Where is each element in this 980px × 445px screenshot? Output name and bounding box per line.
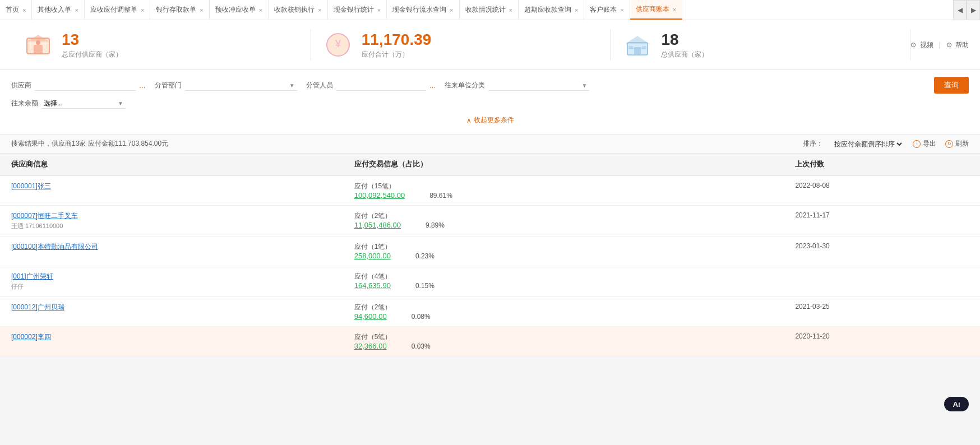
sort-select[interactable]: 按应付余额倒序排序: [832, 140, 904, 149]
supplier-link[interactable]: [001]广州荣轩: [11, 272, 53, 280]
collapse-bar: ∧ 收起更多条件: [11, 113, 969, 127]
help-link[interactable]: ⊙ 帮助: [946, 40, 969, 50]
dept-label: 分管部门: [155, 81, 182, 90]
category-label: 往来单位分类: [445, 81, 485, 90]
video-link[interactable]: ⊙ 视频: [910, 40, 933, 50]
supplier-info-cell: [000001]张三: [0, 175, 343, 206]
nav-tab-customer-ledger[interactable]: 客户账本 ×: [584, 0, 630, 20]
last-payment-date: 2022-08-08: [795, 182, 829, 189]
nav-tab-bank-deposit[interactable]: 银行存取款单 ×: [150, 0, 209, 20]
close-tab-10[interactable]: ×: [620, 7, 623, 13]
stat-total-sup-label: 总供应商（家）: [661, 50, 708, 59]
transaction-info-cell: 应付（1笔） 258,000.00 0.23%: [343, 237, 784, 266]
transaction-label: 应付（4笔）: [354, 272, 773, 281]
supplier-table: 供应商信息 应付交易信息（占比） 上次付数 [000001]张三 应付（15笔）…: [0, 154, 980, 356]
stat-payable-total: ¥ 11,170.39 应付合计（万）: [311, 29, 611, 61]
close-tab-8[interactable]: ×: [509, 7, 512, 13]
transaction-info-cell: 应付（2笔） 94,600.00 0.08%: [343, 297, 784, 327]
supplier-input[interactable]: [35, 80, 136, 91]
nav-tab-collection-stats[interactable]: 收款情况统计 ×: [460, 0, 519, 20]
close-tab-1[interactable]: ×: [75, 7, 78, 13]
supplier-label: 供应商: [11, 81, 31, 90]
top-right-links: ⊙ 视频 | ⊙ 帮助: [910, 40, 969, 50]
svg-rect-9: [628, 46, 633, 49]
table-row: [000012]广州贝瑞 应付（2笔） 94,600.00 0.08% 2021…: [0, 297, 980, 327]
category-select-wrapper: ▼: [488, 80, 589, 91]
filter-dept: 分管部门 ▼: [155, 80, 297, 91]
close-tab-home[interactable]: ×: [22, 7, 26, 13]
percent-text: 9.89%: [414, 221, 445, 229]
close-tab-4[interactable]: ×: [259, 7, 262, 13]
nav-tab-supplier-ledger[interactable]: 供应商账本 ×: [630, 0, 682, 20]
category-select[interactable]: [488, 80, 589, 91]
close-tab-7[interactable]: ×: [450, 7, 453, 13]
close-tab-11[interactable]: ×: [673, 6, 676, 13]
stat-total-sup-number: 18: [661, 31, 708, 49]
last-payment-date: 2021-11-17: [795, 211, 829, 219]
supplier-link[interactable]: [000100]本特勤油品有限公司: [11, 243, 98, 251]
transaction-label: 应付（5笔）: [354, 332, 773, 342]
nav-tab-cash-bank-stats[interactable]: 现金银行统计 ×: [328, 0, 387, 20]
amount-link[interactable]: 11,051,486.00: [354, 221, 401, 229]
last-payment-cell: 2021-03-25: [784, 297, 980, 327]
stat-payable-content: 13 总应付供应商（家）: [62, 31, 122, 59]
nav-scroll-left[interactable]: ◀: [953, 0, 967, 20]
amount-link[interactable]: 94,600.00: [354, 312, 387, 321]
balance-label: 往来余额: [11, 99, 38, 108]
close-tab-2[interactable]: ×: [141, 7, 144, 13]
dept-select[interactable]: [185, 80, 297, 91]
table-row: [000001]张三 应付（15笔） 100,092,540.00 89.61%…: [0, 175, 980, 206]
nav-tab-other-income[interactable]: 其他收入单 ×: [32, 0, 84, 20]
supplier-link[interactable]: [000007]恒旺二手叉车: [11, 212, 78, 220]
amount-link[interactable]: 164,635.90: [354, 281, 391, 290]
supplier-sub-info: 仔仔: [11, 282, 332, 291]
balance-select[interactable]: 选择...: [41, 98, 126, 109]
nav-tab-overdue-query[interactable]: 超期应收款查询 ×: [519, 0, 584, 20]
nav-tab-collection-exec[interactable]: 收款核销执行 ×: [269, 0, 327, 20]
filter-row-2: 往来余额 选择... ▼: [11, 98, 969, 109]
supplier-dots-btn[interactable]: ...: [139, 81, 146, 90]
percent-text: 89.61%: [418, 192, 452, 200]
nav-tab-adjustment[interactable]: 应收应付调整单 ×: [85, 0, 150, 20]
filter-area: 供应商 ... 分管部门 ▼ 分管人员 ... 往来单位分类: [0, 70, 980, 135]
amount-link[interactable]: 258,000.00: [354, 252, 391, 260]
top-navigation: 首页 × 其他收入单 × 应收应付调整单 × 银行存取款单 × 预收冲应收单 ×…: [0, 0, 980, 20]
amount-link[interactable]: 32,366.00: [354, 342, 387, 350]
nav-tab-cash-bank-flow[interactable]: 现金银行流水查询 ×: [387, 0, 459, 20]
stat-total-content: 11,170.39 应付合计（万）: [362, 31, 432, 59]
person-input[interactable]: [336, 80, 426, 91]
payment-icon: ¥: [322, 29, 354, 61]
person-dots-btn[interactable]: ...: [429, 81, 436, 90]
collapse-button[interactable]: ∧ 收起更多条件: [466, 115, 514, 125]
supplier-link[interactable]: [000001]张三: [11, 182, 51, 190]
collapse-up-icon: ∧: [466, 117, 471, 124]
stat-total-number: 11,170.39: [362, 31, 432, 49]
search-button[interactable]: 查询: [934, 77, 969, 94]
export-button[interactable]: ↑ 导出: [913, 139, 936, 149]
nav-tab-home[interactable]: 首页 ×: [0, 0, 32, 20]
refresh-button[interactable]: ↻ 刷新: [945, 139, 969, 149]
table-row: [000007]恒旺二手叉车王通 17106110000 应付（2笔） 11,0…: [0, 206, 980, 237]
close-tab-5[interactable]: ×: [318, 7, 321, 13]
amount-link[interactable]: 100,092,540.00: [354, 191, 405, 200]
svg-text:¥: ¥: [335, 38, 341, 49]
stat-total-suppliers: 18 总供应商（家）: [611, 29, 910, 61]
last-payment-date: 2021-03-25: [795, 303, 829, 310]
col-last-payment: 上次付数: [784, 154, 980, 175]
supplier-link[interactable]: [000012]广州贝瑞: [11, 303, 64, 311]
transaction-info-cell: 应付（15笔） 100,092,540.00 89.61%: [343, 175, 784, 206]
stat-payable-suppliers: 13 总应付供应商（家）: [11, 29, 311, 61]
last-payment-cell: 2022-08-08: [784, 175, 980, 206]
result-summary-text: 搜索结果中，供应商13家 应付金额111,703,854.00元: [11, 139, 168, 149]
balance-select-wrapper: 选择... ▼: [41, 98, 126, 109]
close-tab-6[interactable]: ×: [377, 7, 381, 13]
col-transaction-info: 应付交易信息（占比）: [343, 154, 784, 175]
transaction-label: 应付（15笔）: [354, 182, 773, 191]
nav-scroll-right[interactable]: ▶: [967, 0, 980, 20]
table-row: [000002]李四 应付（5笔） 32,366.00 0.03% 2020-1…: [0, 327, 980, 356]
close-tab-9[interactable]: ×: [575, 7, 578, 13]
close-tab-3[interactable]: ×: [200, 7, 203, 13]
supplier-link[interactable]: [000002]李四: [11, 333, 51, 341]
nav-tab-prepay-offset[interactable]: 预收冲应收单 ×: [210, 0, 269, 20]
stat-payable-number: 13: [62, 31, 122, 49]
